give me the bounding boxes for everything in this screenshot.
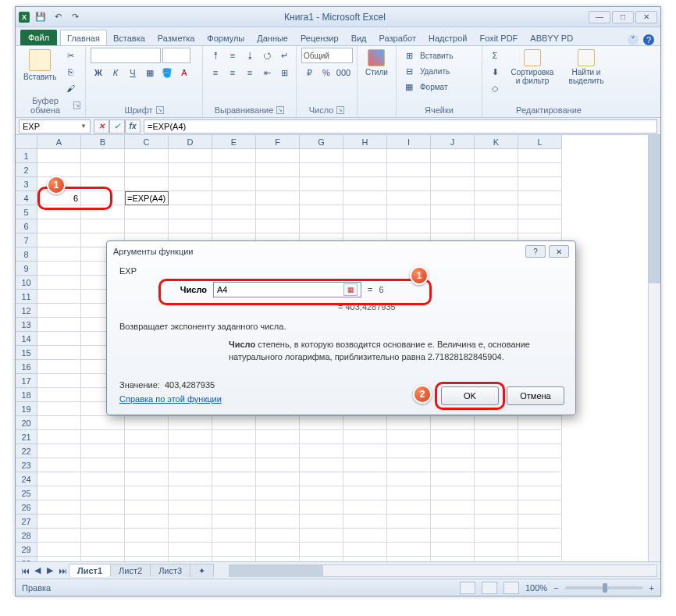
cell[interactable] (169, 486, 212, 500)
row-header[interactable]: 4 (16, 191, 37, 205)
row-header[interactable]: 12 (16, 304, 37, 318)
alignment-launcher[interactable]: ↘ (276, 106, 284, 114)
cell[interactable] (475, 191, 518, 205)
cell[interactable] (212, 529, 256, 543)
select-all-corner[interactable] (16, 135, 37, 149)
cell[interactable] (475, 472, 518, 486)
cell[interactable] (81, 163, 125, 177)
cell[interactable] (475, 177, 518, 191)
cell[interactable] (518, 557, 562, 561)
arg-number-input[interactable]: A4 ▦ (213, 282, 361, 297)
sheet-nav-prev[interactable]: ◀ (31, 564, 44, 577)
cell[interactable] (37, 318, 81, 332)
tab-layout[interactable]: Разметка (151, 30, 201, 45)
qat-redo-button[interactable]: ↷ (69, 11, 81, 23)
row-header[interactable]: 27 (16, 515, 37, 529)
tab-addins[interactable]: Надстрой (422, 30, 473, 45)
cell[interactable] (387, 515, 431, 529)
formula-input[interactable]: =EXP(A4) (144, 119, 657, 134)
cell[interactable] (431, 416, 475, 430)
cell[interactable] (37, 290, 81, 304)
cell[interactable] (343, 557, 387, 561)
cell[interactable] (387, 444, 431, 458)
cell[interactable] (81, 472, 125, 486)
row-header[interactable]: 16 (16, 360, 37, 374)
cell[interactable] (37, 149, 81, 163)
formula-enter-button[interactable]: ✓ (109, 119, 125, 134)
cell[interactable] (169, 458, 212, 472)
view-pagebreak-button[interactable] (503, 582, 519, 594)
cell[interactable] (125, 486, 169, 500)
tab-abbyy[interactable]: ABBYY PD (524, 30, 579, 45)
tab-data[interactable]: Данные (251, 30, 294, 45)
row-header[interactable]: 11 (16, 290, 37, 304)
cell[interactable] (343, 430, 387, 444)
cell[interactable] (81, 444, 125, 458)
cell[interactable] (212, 163, 256, 177)
row-header[interactable]: 29 (16, 543, 37, 557)
row-header[interactable]: 18 (16, 388, 37, 402)
cell[interactable]: =EXP(A4) (125, 191, 169, 205)
cell[interactable] (81, 515, 125, 529)
cell[interactable] (431, 543, 475, 557)
cell[interactable] (256, 416, 300, 430)
cell[interactable] (256, 486, 300, 500)
cell[interactable] (431, 191, 475, 205)
cell[interactable] (518, 515, 562, 529)
cell[interactable] (37, 416, 81, 430)
row-header[interactable]: 7 (16, 233, 37, 247)
cell[interactable] (37, 219, 81, 233)
col-header[interactable]: D (169, 135, 212, 149)
cell[interactable] (81, 557, 125, 561)
namebox-dropdown-icon[interactable]: ▼ (80, 123, 87, 130)
cell[interactable] (125, 557, 169, 561)
cut-button[interactable]: ✂ (62, 48, 78, 63)
cell[interactable] (300, 219, 343, 233)
cell[interactable] (387, 191, 431, 205)
cell[interactable] (212, 486, 256, 500)
cell[interactable] (125, 163, 169, 177)
cell[interactable] (169, 472, 212, 486)
row-header[interactable]: 25 (16, 486, 37, 500)
cell[interactable] (475, 444, 518, 458)
cell[interactable] (518, 472, 562, 486)
cell[interactable] (81, 543, 125, 557)
cell[interactable] (431, 557, 475, 561)
cell[interactable] (212, 219, 256, 233)
cell[interactable] (37, 402, 81, 416)
cell[interactable] (169, 177, 212, 191)
cell[interactable] (256, 191, 300, 205)
cell[interactable] (518, 430, 562, 444)
cell[interactable] (518, 500, 562, 515)
cell[interactable] (343, 163, 387, 177)
row-header[interactable]: 28 (16, 529, 37, 543)
find-select-button[interactable]: Найти и выделить (562, 48, 610, 87)
cell[interactable] (431, 500, 475, 515)
cell[interactable] (212, 458, 256, 472)
copy-button[interactable]: ⎘ (62, 64, 78, 80)
cell[interactable] (387, 430, 431, 444)
row-header[interactable]: 5 (16, 205, 37, 219)
cell[interactable] (125, 430, 169, 444)
cell[interactable] (300, 500, 343, 515)
col-header[interactable]: J (431, 135, 475, 149)
sheet-tab[interactable]: Лист2 (110, 564, 151, 577)
delete-cells-button[interactable]: ⊟ (401, 63, 417, 79)
percent-button[interactable]: % (318, 65, 334, 80)
cell[interactable] (431, 444, 475, 458)
cell[interactable] (169, 219, 212, 233)
cell[interactable] (387, 458, 431, 472)
cell[interactable] (256, 458, 300, 472)
cell[interactable] (37, 276, 81, 290)
cell[interactable] (256, 149, 300, 163)
close-button[interactable]: ✕ (635, 11, 657, 23)
qat-save-button[interactable]: 💾 (34, 11, 47, 23)
autosum-button[interactable]: Σ (487, 48, 503, 63)
cell[interactable] (212, 205, 256, 219)
font-size-combo[interactable] (162, 48, 190, 63)
cell[interactable] (212, 416, 256, 430)
cell[interactable] (300, 444, 343, 458)
row-header[interactable]: 26 (16, 500, 37, 515)
cell[interactable] (431, 529, 475, 543)
col-header[interactable]: K (475, 135, 518, 149)
